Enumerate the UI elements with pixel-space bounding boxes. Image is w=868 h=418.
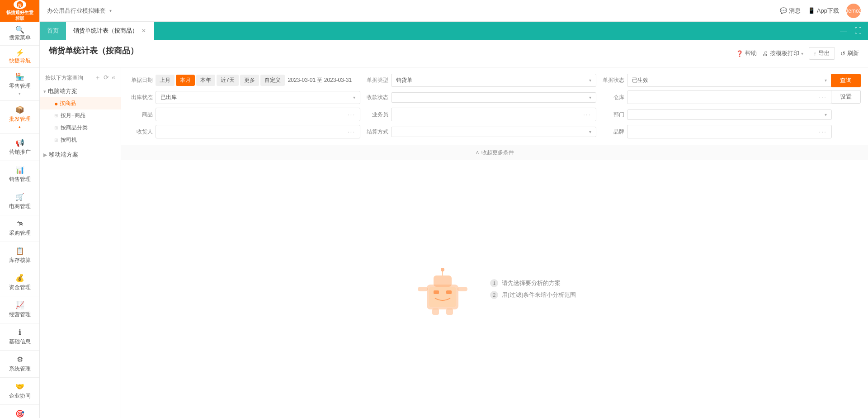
add-scheme-icon[interactable]: ＋ (94, 74, 101, 82)
tree-item-by-goods-category[interactable]: ⊞ 按商品分类 (40, 122, 121, 134)
tab-close-icon[interactable]: ✕ (141, 28, 147, 34)
sidebar-item-retail[interactable]: 🏪 零售管理 ▾ (0, 68, 39, 101)
sidebar-item-wholesale[interactable]: 📦 批发管理 ▴ (0, 101, 39, 134)
goods-input[interactable]: ··· (156, 108, 360, 121)
sidebar: 好 畅捷通好生意 标版 🔍 搜索菜单 ⚡ 快捷导航 🏪 零售管理 ▾ 📦 批发管… (0, 0, 40, 418)
date-btn-last-month[interactable]: 上月 (156, 75, 175, 86)
status-select[interactable]: 已生效 ▾ (627, 74, 832, 87)
sidebar-item-basic-info[interactable]: ℹ 基础信息 (0, 323, 39, 351)
logo[interactable]: 好 畅捷通好生意 标版 (0, 0, 39, 22)
grid-icon-2: ⊞ (54, 125, 58, 130)
avatar[interactable]: demo2 (846, 4, 861, 18)
settle-label: 结算方式 (364, 128, 388, 136)
settings-button[interactable]: 设置 (831, 90, 861, 104)
date-btn-custom[interactable]: 自定义 (260, 75, 285, 86)
tab-bar: 首页 销货单统计表（按商品） ✕ — ⛶ (40, 22, 868, 40)
filter-row-2: 出库状态 已出库 ▾ 收款状态 ▾ (121, 89, 868, 106)
sidebar-item-search[interactable]: 🔍 搜索菜单 (0, 22, 39, 46)
tree-category-pc[interactable]: ▾ 电脑端方案 (40, 86, 121, 97)
sidebar-item-guide[interactable]: 🎯 新手引导 (0, 405, 39, 418)
dept-dropdown-icon: ▾ (825, 112, 827, 117)
tree-item-by-month-goods[interactable]: ⊞ 按月+商品 (40, 109, 121, 122)
receiver-ellipsis-icon: ··· (348, 128, 356, 135)
app-download-button[interactable]: 📱 App下载 (808, 7, 839, 15)
export-button[interactable]: ↑ 导出 (809, 47, 835, 60)
brand-label: 品牌 (600, 128, 624, 136)
tab-minimize-icon[interactable]: — (837, 25, 850, 37)
print-dropdown-icon: ▾ (801, 51, 803, 56)
date-btn-more[interactable]: 更多 (240, 75, 259, 86)
date-btn-this-month[interactable]: 本月 (176, 75, 195, 86)
svg-rect-5 (446, 290, 452, 294)
help-icon: ❓ (736, 50, 743, 57)
logo-icon: 好 (14, 0, 26, 9)
collect-select[interactable]: ▾ (391, 92, 596, 103)
sidebar-item-sales[interactable]: 📊 销售管理 (0, 161, 39, 188)
brand-input[interactable]: ··· (627, 125, 832, 138)
tree-item-by-driver[interactable]: ⊞ 按司机 (40, 134, 121, 146)
out-status-select[interactable]: 已出库 ▾ (156, 91, 360, 104)
staff-input[interactable]: ··· (391, 108, 596, 121)
svg-rect-12 (446, 309, 453, 315)
empty-tip-2: 2 用[过滤]条件来缩小分析范围 (490, 291, 576, 299)
sales-icon: 📊 (15, 166, 24, 174)
message-icon: 💬 (780, 7, 787, 14)
app-name: 畅捷通好生意 (6, 10, 33, 15)
sidebar-item-enterprise[interactable]: 🤝 企业协同 (0, 378, 39, 405)
tip-text-2: 用[过滤]条件来缩小分析范围 (502, 291, 576, 299)
refresh-scheme-icon[interactable]: ⟳ (104, 74, 109, 82)
svg-rect-11 (432, 309, 439, 315)
sidebar-item-system[interactable]: ⚙ 系统管理 (0, 351, 39, 378)
sidebar-item-operations[interactable]: 📈 经营管理 (0, 296, 39, 323)
type-label: 单据类型 (364, 76, 388, 84)
tab-bar-actions: — ⛶ (837, 25, 868, 37)
message-button[interactable]: 💬 消息 (780, 7, 801, 15)
help-button[interactable]: ❓ 帮助 (736, 49, 757, 57)
sidebar-item-marketing[interactable]: 📢 营销推广 (0, 134, 39, 161)
sidebar-item-ecommerce[interactable]: 🛒 电商管理 (0, 188, 39, 215)
sidebar-item-inventory[interactable]: 📋 库存核算 (0, 242, 39, 269)
dept-select[interactable]: ▾ (627, 109, 832, 120)
tab-expand-icon[interactable]: ⛶ (852, 25, 864, 37)
receiver-input[interactable]: ··· (156, 125, 360, 138)
sidebar-item-finance[interactable]: 💰 资金管理 (0, 269, 39, 296)
tree-item-by-goods[interactable]: ● 按商品 (40, 97, 121, 109)
breadcrumb-dropdown-icon[interactable]: ▾ (109, 8, 112, 13)
query-button[interactable]: 查询 (831, 74, 861, 87)
warehouse-input[interactable]: ··· (627, 90, 832, 104)
collapse-bar[interactable]: ∧ 收起更多条件 (121, 145, 868, 160)
date-range-display: 2023-03-01 至 2023-03-31 (288, 76, 352, 84)
warehouse-cell: 仓库 ··· (600, 90, 832, 104)
page-header-actions: ❓ 帮助 🖨 按模板打印 ▾ ↑ 导出 ↺ 刷新 (736, 47, 859, 60)
date-btn-7days[interactable]: 近7天 (217, 75, 239, 86)
retail-icon: 🏪 (15, 72, 24, 81)
date-btn-this-year[interactable]: 本年 (196, 75, 215, 86)
type-select[interactable]: 销货单 ▾ (391, 74, 596, 87)
print-button[interactable]: 🖨 按模板打印 ▾ (762, 49, 803, 57)
collapse-panel-icon[interactable]: « (112, 74, 115, 82)
system-icon: ⚙ (17, 355, 23, 364)
staff-ellipsis-icon: ··· (583, 111, 591, 118)
breadcrumb-text: 办公用品行业模拟账套 (47, 7, 106, 15)
out-status-dropdown-icon: ▾ (353, 95, 355, 100)
header-actions: 💬 消息 📱 App下载 demo2 (780, 4, 861, 18)
tree-mobile-label: 移动端方案 (49, 151, 78, 159)
tab-home[interactable]: 首页 (40, 22, 66, 40)
page-content: 销货单统计表（按商品） ❓ 帮助 🖨 按模板打印 ▾ ↑ 导出 ↺ 刷新 (40, 40, 868, 418)
content-body: 按以下方案查询 ＋ ⟳ « ▾ 电脑端方案 ● 按商品 (40, 67, 868, 418)
refresh-button[interactable]: ↺ 刷新 (840, 49, 859, 57)
wholesale-icon: 📦 (15, 105, 24, 114)
settle-select[interactable]: ▾ (391, 127, 596, 137)
date-buttons: 上月 本月 本年 近7天 更多 自定义 2023-03-01 至 2023-03… (156, 75, 360, 86)
left-panel: 按以下方案查询 ＋ ⟳ « ▾ 电脑端方案 ● 按商品 (40, 67, 121, 418)
sidebar-item-quick-nav[interactable]: ⚡ 快捷导航 (0, 46, 39, 68)
out-status-label: 出库状态 (128, 94, 153, 101)
brand-ellipsis-icon: ··· (819, 128, 827, 135)
goods-cell: 商品 ··· (128, 108, 360, 121)
tab-sales-report[interactable]: 销货单统计表（按商品） ✕ (66, 22, 154, 40)
sidebar-item-purchase[interactable]: 🛍 采购管理 (0, 215, 39, 242)
home-tab-label: 首页 (47, 27, 59, 35)
panel-header-title: 按以下方案查询 (45, 74, 83, 82)
tree-category-mobile[interactable]: ▶ 移动端方案 (40, 149, 121, 161)
finance-icon: 💰 (15, 274, 24, 282)
